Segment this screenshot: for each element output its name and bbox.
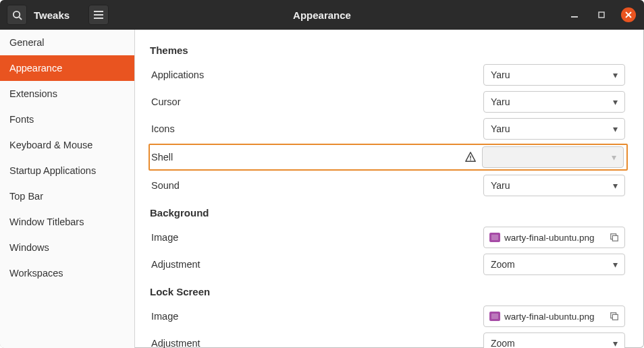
app-name: Tweaks <box>34 9 70 21</box>
chevron-down-icon: ▾ <box>613 69 618 80</box>
row-label: Image <box>150 232 483 243</box>
sidebar-item-label: Fonts <box>9 114 34 125</box>
svg-rect-14 <box>612 314 618 320</box>
filechooser-filename: warty-final-ubuntu.png <box>504 233 606 243</box>
menu-button[interactable] <box>88 5 109 25</box>
svg-line-1 <box>19 17 22 20</box>
row-bg-image: Image warty-final-ubuntu.png <box>150 224 625 251</box>
svg-rect-2 <box>94 11 103 12</box>
chevron-down-icon: ▾ <box>612 152 616 163</box>
hamburger-icon <box>94 11 103 19</box>
svg-rect-9 <box>470 156 471 159</box>
row-ls-adjustment: Adjustment Zoom ▾ <box>150 330 625 348</box>
body: General Appearance Extensions Fonts Keyb… <box>0 30 644 348</box>
combo-value: Yaru <box>491 69 510 80</box>
minimize-icon <box>571 11 578 18</box>
sidebar-item-extensions[interactable]: Extensions <box>0 81 134 107</box>
image-thumb-icon <box>489 233 500 242</box>
filechooser-bg-image[interactable]: warty-final-ubuntu.png <box>483 227 625 248</box>
combo-ls-adjustment[interactable]: Zoom ▾ <box>483 332 625 348</box>
sidebar-item-window-titlebars[interactable]: Window Titlebars <box>0 209 134 235</box>
search-icon <box>12 10 22 20</box>
chevron-down-icon: ▾ <box>613 123 618 134</box>
svg-rect-3 <box>94 14 103 16</box>
chevron-down-icon: ▾ <box>613 96 618 107</box>
svg-point-0 <box>13 11 19 17</box>
sidebar-item-top-bar[interactable]: Top Bar <box>0 183 134 209</box>
filechooser-filename: warty-final-ubuntu.png <box>504 312 606 322</box>
svg-rect-5 <box>571 16 578 18</box>
combo-applications[interactable]: Yaru ▾ <box>483 64 625 86</box>
chevron-down-icon: ▾ <box>613 180 618 191</box>
section-title-background: Background <box>150 207 625 219</box>
warning-icon <box>464 151 477 163</box>
filechooser-ls-image[interactable]: warty-final-ubuntu.png <box>483 306 625 327</box>
row-label: Icons <box>150 123 483 134</box>
row-sound: Sound Yaru ▾ <box>150 172 625 199</box>
row-shell: Shell ▾ <box>149 144 628 171</box>
image-thumb-icon <box>489 312 500 321</box>
combo-value: Yaru <box>491 123 510 134</box>
row-label: Shell <box>150 152 464 163</box>
row-label: Sound <box>150 180 483 191</box>
combo-value: Zoom <box>491 338 515 348</box>
svg-rect-12 <box>612 235 618 241</box>
close-button[interactable] <box>621 7 636 22</box>
sidebar-item-label: Keyboard & Mouse <box>9 140 92 150</box>
sidebar-item-label: Window Titlebars <box>9 216 84 227</box>
svg-rect-6 <box>599 12 604 18</box>
sidebar-item-windows[interactable]: Windows <box>0 235 134 260</box>
window: Tweaks Appearance <box>0 0 644 348</box>
row-label: Adjustment <box>150 259 483 270</box>
row-bg-adjustment: Adjustment Zoom ▾ <box>150 251 625 278</box>
search-button[interactable] <box>7 5 27 25</box>
sidebar-item-label: Startup Applications <box>9 165 96 176</box>
sidebar-item-appearance[interactable]: Appearance <box>0 55 134 81</box>
sidebar-item-label: Windows <box>9 242 49 253</box>
maximize-button[interactable] <box>594 7 609 22</box>
combo-shell: ▾ <box>482 146 624 168</box>
combo-value: Zoom <box>491 259 515 270</box>
chevron-down-icon: ▾ <box>613 259 618 270</box>
combo-bg-adjustment[interactable]: Zoom ▾ <box>483 254 625 275</box>
combo-value: Yaru <box>491 96 510 107</box>
row-label: Applications <box>150 69 483 80</box>
combo-cursor[interactable]: Yaru ▾ <box>483 91 625 113</box>
row-label: Image <box>150 311 483 322</box>
sidebar-item-label: Extensions <box>9 88 57 99</box>
headerbar-left: Tweaks <box>0 5 135 25</box>
content-pane: Themes Applications Yaru ▾ Cursor Yaru ▾ <box>135 30 644 348</box>
chevron-down-icon: ▾ <box>613 338 618 348</box>
row-label: Cursor <box>150 96 483 107</box>
sidebar-item-label: Workspaces <box>9 268 63 279</box>
sidebar-item-keyboard-mouse[interactable]: Keyboard & Mouse <box>0 132 134 158</box>
minimize-button[interactable] <box>567 7 582 22</box>
row-applications: Applications Yaru ▾ <box>150 61 625 88</box>
combo-sound[interactable]: Yaru ▾ <box>483 175 625 196</box>
folder-open-icon <box>610 233 619 242</box>
row-cursor: Cursor Yaru ▾ <box>150 88 625 115</box>
svg-rect-10 <box>470 159 471 160</box>
row-icons: Icons Yaru ▾ <box>150 115 625 142</box>
row-label: Adjustment <box>150 338 483 348</box>
sidebar-item-workspaces[interactable]: Workspaces <box>0 260 134 286</box>
window-controls <box>567 7 644 22</box>
close-icon <box>625 11 632 18</box>
sidebar-item-label: General <box>9 37 45 48</box>
sidebar-item-label: Top Bar <box>9 191 43 202</box>
section-title-themes: Themes <box>150 45 625 56</box>
sidebar-item-fonts[interactable]: Fonts <box>0 107 134 132</box>
section-title-lockscreen: Lock Screen <box>150 286 625 297</box>
maximize-icon <box>598 11 605 18</box>
combo-value: Yaru <box>491 180 510 191</box>
sidebar-item-label: Appearance <box>9 63 62 74</box>
combo-icons[interactable]: Yaru ▾ <box>483 118 625 140</box>
row-ls-image: Image warty-final-ubuntu.png <box>150 303 625 330</box>
folder-open-icon <box>610 312 619 321</box>
svg-rect-4 <box>94 18 103 19</box>
sidebar-item-startup-applications[interactable]: Startup Applications <box>0 158 134 183</box>
headerbar: Tweaks Appearance <box>0 0 644 30</box>
sidebar-item-general[interactable]: General <box>0 30 134 55</box>
sidebar: General Appearance Extensions Fonts Keyb… <box>0 30 135 348</box>
